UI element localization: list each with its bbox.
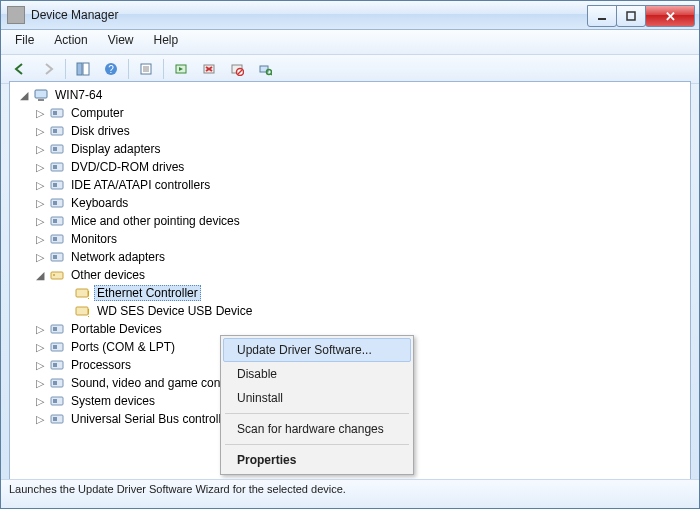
svg-rect-40 [51,272,63,279]
ctx-properties[interactable]: Properties [223,448,411,472]
ports-icon [49,339,65,355]
expand-icon[interactable]: ▷ [34,341,46,354]
tree-category-label: Processors [68,357,134,373]
menu-view[interactable]: View [100,32,142,52]
network-icon [49,249,65,265]
close-button[interactable]: ✕ [645,5,695,27]
expand-icon[interactable]: ▷ [34,323,46,336]
disable-button[interactable] [224,56,250,82]
computer-icon [49,105,65,121]
svg-line-19 [271,74,272,75]
svg-rect-53 [53,381,57,385]
tree-item-wd-ses-device[interactable]: ▷ ! WD SES Device USB Device [16,302,690,320]
expand-icon[interactable]: ▷ [34,125,46,138]
toolbar-separator [163,59,164,79]
usb-icon [49,411,65,427]
menu-action[interactable]: Action [46,32,95,52]
menu-separator [225,444,409,445]
properties-button[interactable] [133,56,159,82]
other-devices-icon [49,267,65,283]
device-tree-pane[interactable]: ◢ WIN7-64 ▷Computer▷Disk drives▷Display … [9,81,691,480]
expand-icon[interactable]: ▷ [34,107,46,120]
help-button[interactable]: ? [98,56,124,82]
tree-category-label: Disk drives [68,123,133,139]
expand-icon[interactable]: ▷ [34,377,46,390]
forward-button[interactable] [35,56,61,82]
svg-rect-55 [53,399,57,403]
portable-icon [49,321,65,337]
tree-category[interactable]: ▷Display adapters [16,140,690,158]
ctx-disable[interactable]: Disable [223,362,411,386]
expand-icon[interactable]: ▷ [34,179,46,192]
tree-root[interactable]: ◢ WIN7-64 [16,86,690,104]
uninstall-button[interactable] [196,56,222,82]
disk-icon [49,123,65,139]
tree-category-label: Keyboards [68,195,131,211]
tree-category[interactable]: ▷Network adapters [16,248,690,266]
tree-category[interactable]: ▷Disk drives [16,122,690,140]
svg-text:!: ! [87,289,90,301]
svg-rect-57 [53,417,57,421]
tree-category[interactable]: ▷Mice and other pointing devices [16,212,690,230]
tree-category[interactable]: ▷Monitors [16,230,690,248]
svg-rect-49 [53,345,57,349]
svg-rect-47 [53,327,57,331]
display-icon [49,141,65,157]
window-title: Device Manager [31,8,588,22]
svg-rect-0 [598,18,606,20]
tree-item-label: Ethernet Controller [94,285,201,301]
ide-icon [49,177,65,193]
svg-rect-23 [53,111,57,115]
tree-item-ethernet-controller[interactable]: ▷ ! Ethernet Controller [16,284,690,302]
svg-rect-31 [53,183,57,187]
toolbar-separator [128,59,129,79]
svg-rect-39 [53,255,57,259]
menubar: File Action View Help [1,30,699,55]
tree-root-label: WIN7-64 [52,87,105,103]
expand-icon[interactable]: ▷ [34,395,46,408]
titlebar: Device Manager ✕ [1,1,699,30]
show-hide-tree-button[interactable] [70,56,96,82]
window-buttons: ✕ [588,5,695,25]
expand-icon[interactable]: ▷ [34,359,46,372]
expand-icon[interactable]: ▷ [34,197,46,210]
context-menu: Update Driver Software... Disable Uninst… [220,335,414,475]
keyboard-icon [49,195,65,211]
expand-icon[interactable]: ▷ [34,251,46,264]
svg-point-41 [53,274,55,276]
tree-category-label: Display adapters [68,141,163,157]
collapse-icon[interactable]: ◢ [18,89,30,102]
tree-category[interactable]: ▷DVD/CD-ROM drives [16,158,690,176]
ctx-scan[interactable]: Scan for hardware changes [223,417,411,441]
tree-category-label: Other devices [68,267,148,283]
device-manager-window: Device Manager ✕ File Action View Help ? [0,0,700,509]
ctx-uninstall[interactable]: Uninstall [223,386,411,410]
update-driver-button[interactable] [168,56,194,82]
tree-category[interactable]: ▷Computer [16,104,690,122]
svg-rect-2 [77,63,82,75]
back-button[interactable] [7,56,33,82]
svg-rect-35 [53,219,57,223]
expand-icon[interactable]: ▷ [34,143,46,156]
menu-help[interactable]: Help [146,32,187,52]
expand-icon[interactable]: ▷ [34,161,46,174]
tree-category[interactable]: ▷IDE ATA/ATAPI controllers [16,176,690,194]
menu-file[interactable]: File [7,32,42,52]
svg-point-18 [267,70,272,75]
maximize-button[interactable] [616,5,646,27]
expand-icon[interactable]: ▷ [34,233,46,246]
svg-rect-21 [38,99,44,101]
svg-rect-25 [53,129,57,133]
tree-category-other-devices[interactable]: ◢ Other devices [16,266,690,284]
menu-separator [225,413,409,414]
ctx-update-driver[interactable]: Update Driver Software... [223,338,411,362]
collapse-icon[interactable]: ◢ [34,269,46,282]
minimize-button[interactable] [587,5,617,27]
cpu-icon [49,357,65,373]
expand-icon[interactable]: ▷ [34,413,46,426]
app-icon [7,6,25,24]
expand-icon[interactable]: ▷ [34,215,46,228]
unknown-device-icon: ! [75,303,91,319]
tree-category[interactable]: ▷Keyboards [16,194,690,212]
scan-hardware-button[interactable] [252,56,278,82]
